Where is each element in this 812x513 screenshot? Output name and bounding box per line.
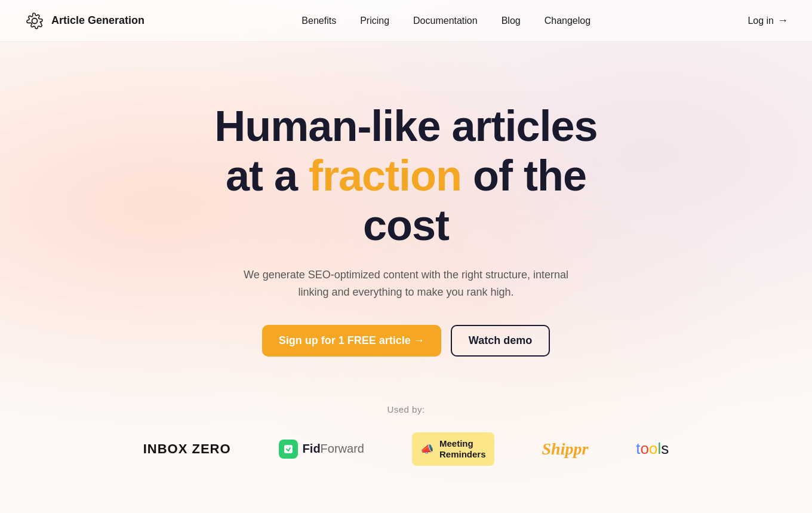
brand-logo-text: Article Generation	[51, 14, 144, 27]
nav-item-documentation[interactable]: Documentation	[413, 16, 478, 26]
gear-icon	[24, 10, 45, 32]
brand-logo[interactable]: Article Generation	[24, 10, 144, 32]
login-arrow-icon: →	[777, 14, 788, 27]
meeting-icon: 📣	[420, 443, 433, 456]
fidforward-icon	[279, 440, 298, 459]
logo-fidforward: FidForward	[279, 440, 364, 459]
nav-item-pricing[interactable]: Pricing	[360, 16, 389, 26]
hero-title: Human-like articles at a fraction of the…	[214, 102, 597, 250]
hero-title-line3: cost	[363, 201, 449, 249]
nav-item-benefits[interactable]: Benefits	[302, 16, 336, 26]
hero-title-line2-after: of the	[462, 152, 586, 199]
watch-demo-button[interactable]: Watch demo	[451, 325, 550, 357]
hero-title-line2-before: at a	[226, 152, 309, 199]
signup-button[interactable]: Sign up for 1 FREE article →	[262, 325, 441, 357]
nav-item-blog[interactable]: Blog	[502, 16, 521, 26]
login-link[interactable]: Log in →	[748, 14, 788, 27]
logo-inbox-zero: INBOX ZERO	[143, 441, 231, 457]
meeting-line2: Reminders	[439, 449, 486, 460]
used-by-section: Used by: INBOX ZERO FidForward 📣 Meeting…	[0, 404, 812, 466]
login-label: Log in	[748, 16, 774, 26]
hero-title-line1: Human-like articles	[214, 102, 597, 150]
hero-cta-buttons: Sign up for 1 FREE article → Watch demo	[262, 325, 550, 357]
used-by-label: Used by:	[0, 404, 812, 414]
logo-tools: tools	[636, 440, 669, 458]
hero-title-fraction: fraction	[309, 152, 462, 199]
meeting-line1: Meeting	[439, 438, 486, 449]
logos-row: INBOX ZERO FidForward 📣 Meeting Reminder…	[0, 432, 812, 466]
hero-section: Human-like articles at a fraction of the…	[0, 42, 812, 357]
logo-meeting-reminders: 📣 Meeting Reminders	[412, 432, 494, 466]
logo-shippr: Shippr	[542, 440, 589, 459]
svg-rect-0	[284, 445, 293, 453]
nav-item-changelog[interactable]: Changelog	[545, 16, 590, 26]
hero-subtitle: We generate SEO-optimized content with t…	[239, 266, 573, 301]
navbar: Article Generation Benefits Pricing Docu…	[0, 0, 812, 42]
nav-menu: Benefits Pricing Documentation Blog Chan…	[302, 16, 590, 26]
